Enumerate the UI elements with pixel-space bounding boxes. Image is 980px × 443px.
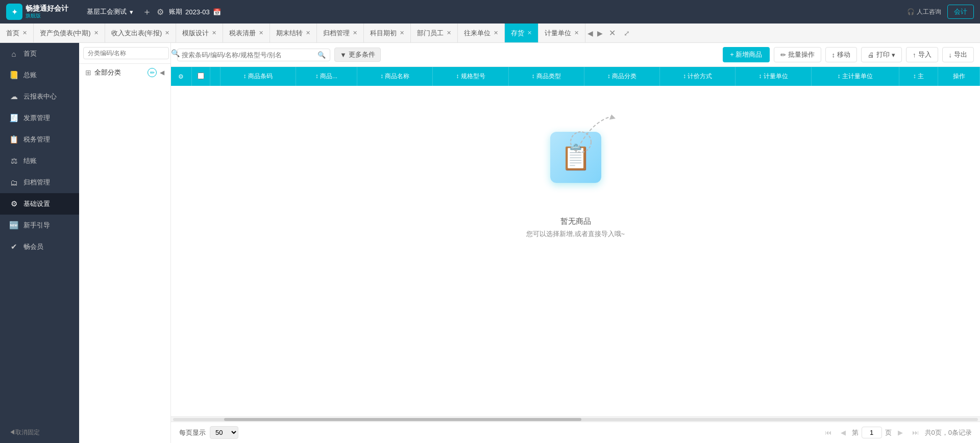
th-checkbox[interactable] <box>191 67 210 86</box>
sidebar-item-archive[interactable]: 🗂 归档管理 <box>0 172 79 193</box>
sidebar-label-guide: 新手引导 <box>23 221 50 230</box>
print-icon: 🖨 <box>868 51 874 59</box>
tab-tax[interactable]: 税表清册 ✕ <box>223 24 270 43</box>
account-button[interactable]: 会计 <box>947 5 974 19</box>
sidebar-item-ledger[interactable]: 📒 总账 <box>0 64 79 86</box>
dropdown-icon: ▾ <box>130 8 133 16</box>
tab-next-button[interactable]: ▶ <box>595 29 605 37</box>
close-tab-template[interactable]: ✕ <box>212 30 216 36</box>
calendar-icon[interactable]: 📅 <box>213 8 221 16</box>
close-tab-unit[interactable]: ✕ <box>574 30 579 36</box>
add-product-label: + 新增商品 <box>730 50 762 59</box>
scroll-thumb[interactable] <box>224 418 581 421</box>
close-tab-subject[interactable]: ✕ <box>400 30 404 36</box>
add-product-button[interactable]: + 新增商品 <box>723 47 769 62</box>
th-unit[interactable]: ↕ 计量单位 <box>736 67 811 86</box>
add-tab-button[interactable]: ＋ <box>142 6 152 18</box>
sidebar-item-member[interactable]: ✔ 畅会员 <box>0 236 79 258</box>
th-col13[interactable]: ↕ 主 <box>899 67 938 86</box>
close-tab-archive[interactable]: ✕ <box>353 30 357 36</box>
tab-dept[interactable]: 部门员工 ✕ <box>411 24 458 43</box>
category-search-input[interactable] <box>83 47 169 59</box>
app-header: ✦ 畅捷通好会计 旗舰版 基层工会测试 ▾ ＋ ⚙ 账期 2023-03 📅 🎧… <box>0 0 980 24</box>
tab-unit[interactable]: 计量单位 ✕ <box>538 24 585 43</box>
empty-desc: 您可以选择新增,或者直接导入哦~ <box>526 229 625 239</box>
horizontal-scrollbar[interactable] <box>171 416 980 422</box>
cancel-pin-button[interactable]: ◀取消固定 <box>0 422 79 443</box>
th-spec[interactable]: ↕ 规格型号 <box>433 67 508 86</box>
sidebar-item-guide[interactable]: 🆕 新手引导 <box>0 215 79 236</box>
filter-button[interactable]: ▼ 更多条件 <box>334 48 381 62</box>
close-all-tabs-button[interactable]: ✕ <box>605 28 620 38</box>
th-code[interactable]: ↕ 商品... <box>296 67 357 86</box>
prev-page-button[interactable]: ◀ <box>838 428 849 437</box>
close-tab-tax[interactable]: ✕ <box>259 30 263 36</box>
tab-income[interactable]: 收入支出表(年报) ✕ <box>105 24 177 43</box>
sidebar-label-home: 首页 <box>23 49 37 58</box>
company-selector[interactable]: 基层工会测试 ▾ <box>83 5 137 18</box>
archive-icon: 🗂 <box>9 178 18 187</box>
import-button[interactable]: ↑ 导入 <box>906 47 938 62</box>
th-type[interactable]: ↕ 商品类型 <box>508 67 584 86</box>
tab-archive[interactable]: 归档管理 ✕ <box>317 24 364 43</box>
th-category[interactable]: ↕ 商品分类 <box>584 67 659 86</box>
tab-home[interactable]: 首页 ✕ <box>0 24 34 43</box>
toolbar: 🔍 ▼ 更多条件 + 新增商品 ✏ 批量操作 ↕ <box>171 43 980 67</box>
th-settings[interactable]: ⚙ <box>171 67 191 86</box>
app-subtitle: 旗舰版 <box>26 12 68 19</box>
batch-button[interactable]: ✏ 批量操作 <box>774 47 821 62</box>
grid-icon: ⊞ <box>85 68 91 77</box>
print-button[interactable]: 🖨 打印 ▾ <box>861 47 902 62</box>
th-price-mode[interactable]: ↕ 计价方式 <box>660 67 736 86</box>
product-search-input[interactable] <box>182 51 314 59</box>
sidebar-item-settle[interactable]: ⚖ 结账 <box>0 150 79 172</box>
next-page-button[interactable]: ▶ <box>895 428 906 437</box>
product-search-icon[interactable]: 🔍 <box>317 51 326 59</box>
select-all-checkbox[interactable] <box>198 73 204 79</box>
page-input[interactable] <box>862 427 882 438</box>
product-table-container: ⚙ ↕ 商品条码 ↕ 商品... ↕ 商品名称 ↕ 规格型号 ↕ 商品类型 <box>171 67 980 416</box>
tab-balance[interactable]: 资产负债表(中期) ✕ <box>34 24 105 43</box>
category-all[interactable]: ⊞ 全部分类 ✏ ◀ <box>79 64 170 81</box>
tab-subject[interactable]: 科目期初 ✕ <box>364 24 411 43</box>
settings-icon[interactable]: ⚙ <box>157 7 164 17</box>
sidebar-item-tax[interactable]: 📋 税务管理 <box>0 129 79 150</box>
category-collapse-icon[interactable]: ◀ <box>160 69 164 76</box>
page-suffix: 页 <box>885 428 892 437</box>
first-page-button[interactable]: ⏮ <box>822 428 835 437</box>
help-button[interactable]: 🎧 人工咨询 <box>907 8 941 16</box>
sidebar-item-reports[interactable]: ☁ 云报表中心 <box>0 86 79 107</box>
close-tab-home[interactable]: ✕ <box>22 30 27 36</box>
sidebar-item-settings[interactable]: ⚙ 基础设置 <box>0 193 79 215</box>
export-button[interactable]: ↓ 导出 <box>942 47 974 62</box>
tab-inventory[interactable]: 存货 ✕ <box>505 24 538 43</box>
home-icon: ⌂ <box>9 50 18 58</box>
sidebar-item-home[interactable]: ⌂ 首页 <box>0 43 79 64</box>
period-value: 2023-03 <box>185 8 210 16</box>
company-name: 基层工会测试 <box>87 7 127 16</box>
tab-closing[interactable]: 期末结转 ✕ <box>270 24 317 43</box>
sidebar-label-settings: 基础设置 <box>23 199 50 208</box>
cancel-pin-label: ◀取消固定 <box>9 428 40 437</box>
th-barcode[interactable]: ↕ 商品条码 <box>220 67 296 86</box>
close-tab-balance[interactable]: ✕ <box>94 30 99 36</box>
empty-title: 暂无商品 <box>560 217 591 226</box>
category-edit-icon[interactable]: ✏ <box>148 68 157 77</box>
th-main-unit[interactable]: ↕ 主计量单位 <box>811 67 899 86</box>
close-tab-inventory[interactable]: ✕ <box>527 30 532 36</box>
close-tab-closing[interactable]: ✕ <box>306 30 310 36</box>
expand-tabs-button[interactable]: ⤢ <box>620 29 634 37</box>
tab-template[interactable]: 模版设计 ✕ <box>176 24 223 43</box>
tab-contacts[interactable]: 往来单位 ✕ <box>458 24 505 43</box>
close-tab-contacts[interactable]: ✕ <box>494 30 498 36</box>
sidebar-item-invoice[interactable]: 🧾 发票管理 <box>0 107 79 129</box>
tab-prev-button[interactable]: ◀ <box>585 29 595 37</box>
close-tab-dept[interactable]: ✕ <box>447 30 451 36</box>
th-expand <box>210 67 220 86</box>
th-name[interactable]: ↕ 商品名称 <box>357 67 433 86</box>
move-button[interactable]: ↕ 移动 <box>825 47 857 62</box>
last-page-button[interactable]: ⏭ <box>909 428 922 437</box>
print-label: 打印 <box>876 50 890 59</box>
per-page-select[interactable]: 50 10 20 100 <box>210 426 238 439</box>
close-tab-income[interactable]: ✕ <box>165 30 169 36</box>
